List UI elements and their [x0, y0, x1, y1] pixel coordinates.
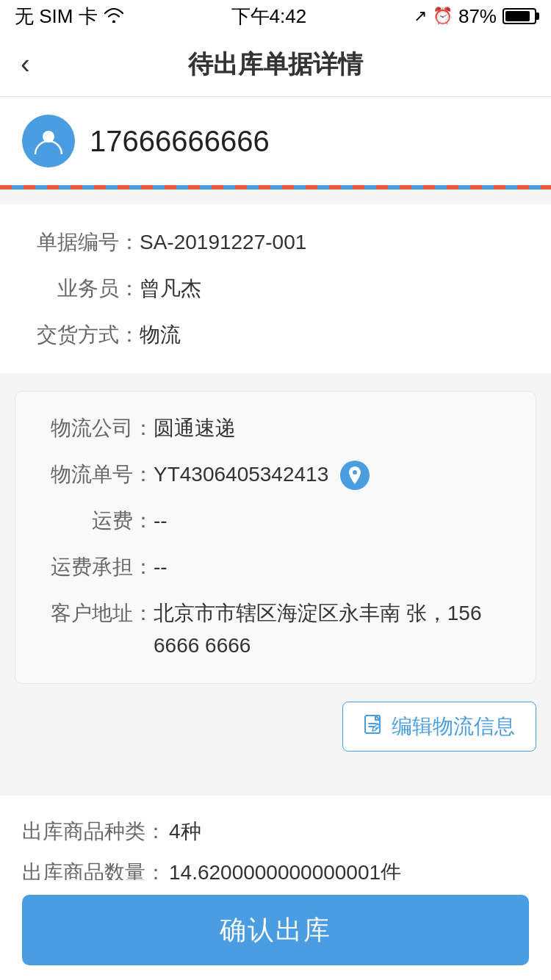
goods-types-row: 出库商品种类： 4种	[22, 818, 529, 846]
tracking-location-icon[interactable]	[340, 461, 370, 490]
logistics-tracking-row: 物流单号： YT43064053424​13	[36, 458, 515, 491]
user-avatar	[22, 115, 75, 167]
address-label: 客户地址：	[36, 597, 154, 630]
edit-logistics-label: 编辑物流信息	[392, 713, 515, 741]
delivery-value: 物流	[140, 319, 529, 352]
time-text: 下午4:42	[231, 4, 307, 29]
edit-logistics-button[interactable]: 编辑物流信息	[342, 702, 536, 752]
wifi-icon	[104, 5, 124, 28]
freight-label: 运费：	[36, 505, 154, 538]
salesman-label: 业务员：	[22, 273, 140, 306]
goods-types-label: 出库商品种类：	[22, 818, 169, 846]
section-divider	[0, 766, 551, 781]
alarm-icon: ⏰	[433, 7, 453, 26]
freight-bearer-label: 运费承担：	[36, 551, 154, 584]
edit-btn-row: 编辑物流信息	[0, 702, 551, 766]
delivery-label: 交货方式：	[22, 319, 140, 352]
status-left: 无 SIM 卡	[15, 4, 124, 29]
back-button[interactable]: ‹	[21, 48, 30, 80]
logistics-company-row: 物流公司： 圆通速递	[36, 412, 515, 445]
logistics-card: 物流公司： 圆通速递 物流单号： YT43064053424​13 运费： --…	[15, 391, 536, 684]
order-info-section: 单据编号： SA-20191227-001 业务员： 曾凡杰 交货方式： 物流	[0, 204, 551, 373]
logistics-tracking-value: YT43064053424​13	[154, 458, 515, 491]
order-number-label: 单据编号：	[22, 226, 140, 259]
battery-percent: 87%	[458, 5, 497, 28]
logistics-tracking-label: 物流单号：	[36, 458, 154, 491]
logistics-company-value: 圆通速递	[154, 412, 515, 445]
order-number-value: SA-20191227-001	[140, 226, 529, 259]
freight-bearer-row: 运费承担： --	[36, 551, 515, 584]
logistics-company-label: 物流公司：	[36, 412, 154, 445]
status-right: ↗ ⏰ 87%	[414, 5, 536, 28]
carrier-text: 无 SIM 卡	[15, 4, 98, 29]
address-value: 北京市市辖区海淀区永丰南 张，156 6666 6666	[154, 597, 515, 663]
salesman-value: 曾凡杰	[140, 273, 529, 306]
freight-bearer-value: --	[154, 551, 515, 584]
address-row: 客户地址： 北京市市辖区海淀区永丰南 张，156 6666 6666	[36, 597, 515, 663]
location-icon: ↗	[414, 7, 427, 26]
salesman-row: 业务员： 曾凡杰	[22, 273, 529, 306]
battery-icon	[503, 8, 536, 24]
status-bar: 无 SIM 卡 下午4:42 ↗ ⏰ 87%	[0, 0, 551, 32]
user-phone: 17666666666	[90, 125, 270, 158]
delivery-row: 交货方式： 物流	[22, 319, 529, 352]
freight-value: --	[154, 505, 515, 538]
confirm-button[interactable]: 确认出库	[22, 895, 529, 965]
nav-bar: ‹ 待出库单据详情	[0, 32, 551, 97]
order-number-row: 单据编号： SA-20191227-001	[22, 226, 529, 259]
freight-row: 运费： --	[36, 505, 515, 538]
confirm-btn-container: 确认出库	[0, 880, 551, 980]
edit-icon	[364, 714, 384, 740]
page-title: 待出库单据详情	[188, 48, 363, 82]
goods-types-value: 4种	[169, 818, 201, 846]
user-section: 17666666666	[0, 97, 551, 185]
dashed-divider	[0, 185, 551, 190]
